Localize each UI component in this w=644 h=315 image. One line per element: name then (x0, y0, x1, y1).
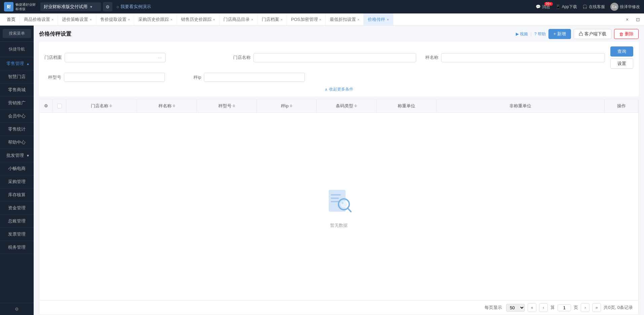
th-scale-model[interactable]: 秤型号 (197, 99, 257, 112)
tab-purchase-history-close[interactable]: × (170, 18, 172, 22)
tab-close-all-button[interactable]: × (622, 15, 632, 24)
sidebar-item-retail[interactable]: 零售管理 ▲ (0, 57, 34, 70)
delete-button[interactable]: 🗑 删除 (614, 29, 639, 39)
store-file-input[interactable]: ··· (65, 53, 166, 62)
settings-query-button[interactable]: 设置 (610, 59, 633, 69)
app-download-label: App下载 (562, 4, 577, 10)
tab-price-settings[interactable]: 商品价格设置 × (20, 13, 58, 26)
th-barcode-type[interactable]: 条码类型 (317, 99, 377, 112)
query-button[interactable]: 查询 (610, 46, 633, 57)
next-page-button[interactable]: › (581, 303, 589, 312)
page-number-input[interactable] (558, 304, 571, 311)
sidebar-item-wholesale[interactable]: 批发管理 ▼ (0, 149, 34, 162)
th-checkbox[interactable] (53, 99, 66, 112)
tab-price-scale-close[interactable]: × (387, 18, 389, 22)
collapse-row: ∧ 收起更多条件 (44, 86, 633, 93)
app-logo-icon: 财 (4, 2, 13, 11)
th-settings[interactable]: ⚙ (39, 99, 53, 112)
tab-min-discount[interactable]: 最低折扣设置 × (326, 13, 364, 26)
th-store-name[interactable]: 门店名称 (66, 99, 137, 112)
sidebar-item-inventory[interactable]: 库存核算 (0, 188, 34, 202)
sidebar-item-finance[interactable]: 资金管理 (0, 202, 34, 215)
store-name-input[interactable] (253, 53, 417, 62)
app-download-button[interactable]: 📱 App下载 (556, 4, 577, 10)
th-scale-ip[interactable]: 秤ip (257, 99, 317, 112)
last-page-button[interactable]: » (592, 303, 601, 312)
prev-page-button[interactable]: ‹ (539, 303, 548, 312)
svg-point-5 (341, 201, 347, 208)
tab-store-file-label: 门店档案 (262, 16, 279, 23)
collapse-button-text: 收起更多条件 (329, 86, 353, 92)
tab-store-catalog-close[interactable]: × (251, 18, 253, 22)
headset-icon: 🎧 (582, 4, 587, 9)
per-page-select[interactable]: 10 20 50 100 (506, 304, 525, 312)
arrow-up-icon: ▲ (26, 62, 30, 66)
sort-scale-model[interactable] (232, 104, 235, 107)
page-header: 价格传秤设置 ▶ 视频 | ? 帮助 + 新增 凸 客户端下载 🗑 (34, 26, 644, 42)
demo-link[interactable]: ○ 我要看实例演示 (116, 4, 151, 10)
collapse-button[interactable]: ∧ 收起更多条件 (325, 86, 353, 92)
scale-name-input[interactable] (441, 53, 605, 62)
tab-sale-extract[interactable]: 售价提取设置 × (96, 13, 134, 26)
tab-home[interactable]: 首页 (3, 13, 20, 26)
video-link[interactable]: ▶ 视频 (516, 31, 528, 37)
sidebar-item-invoice[interactable]: 发票管理 (0, 228, 34, 241)
table-container: ⚙ 门店名称 秤名称 (39, 99, 639, 315)
tab-price-settings-close[interactable]: × (51, 18, 53, 22)
app-logo: 财 畅捷通好业财标准版 (4, 2, 38, 11)
sort-scale-name[interactable] (173, 104, 175, 107)
sidebar-item-retail-stats[interactable]: 零售统计 (0, 123, 34, 136)
scale-ip-input[interactable] (204, 73, 305, 82)
sidebar-item-help[interactable]: 帮助中心 (0, 136, 34, 149)
add-button[interactable]: + 新增 (548, 29, 571, 39)
search-menu-button[interactable]: 搜索菜单 (3, 29, 31, 38)
sidebar-item-ecommerce[interactable]: 小畅电商 (0, 162, 34, 175)
tab-store-file[interactable]: 门店档案 × (258, 13, 287, 26)
download-button[interactable]: 凸 客户端下载 (574, 29, 611, 39)
tab-sale-extract-close[interactable]: × (128, 18, 130, 22)
page-label: 算 (550, 305, 555, 311)
tab-purchase-strategy[interactable]: 进价策略设置 × (58, 13, 96, 26)
sort-store-name[interactable] (109, 104, 112, 107)
tab-pos-management[interactable]: POS加密管理 × (287, 13, 326, 26)
tab-sale-history[interactable]: 销售历史价跟踪 × (177, 13, 219, 26)
sidebar-item-tax[interactable]: 税务管理 (0, 241, 34, 254)
sidebar-item-smart-store[interactable]: 智慧门店 (0, 70, 34, 83)
th-non-weight-unit-text: 非称重单位 (509, 103, 531, 109)
user-menu-button[interactable]: Ea 徐泽华修改 (610, 3, 640, 11)
first-page-button[interactable]: « (528, 303, 536, 312)
version-selector[interactable]: 好业财标准版交付试用 ▼ (40, 2, 101, 11)
top-settings-button[interactable]: ⚙ (103, 2, 112, 11)
tab-pos-management-close[interactable]: × (319, 18, 321, 22)
tab-purchase-strategy-close[interactable]: × (90, 18, 92, 22)
tab-fullscreen-button[interactable]: ⊡ (633, 15, 643, 24)
th-scale-name[interactable]: 秤名称 (137, 99, 197, 112)
sort-barcode-type[interactable] (354, 104, 357, 107)
sidebar-item-marketing[interactable]: 营销推广 (0, 97, 34, 110)
tab-sale-history-close[interactable]: × (213, 18, 215, 22)
sort-scale-ip[interactable] (290, 104, 292, 107)
avatar: Ea (610, 3, 618, 11)
scale-model-input[interactable] (64, 73, 165, 82)
message-button[interactable]: 💬 消息 99+ (536, 4, 550, 10)
app-logo-text: 畅捷通好业财标准版 (15, 2, 36, 11)
sidebar-settings-button[interactable]: ⚙ (0, 303, 34, 315)
help-link[interactable]: ? 帮助 (534, 31, 546, 37)
tab-store-file-close[interactable]: × (281, 18, 283, 22)
version-selector-text: 好业财标准版交付试用 (44, 4, 87, 10)
tab-store-catalog[interactable]: 门店商品目录 × (219, 13, 257, 26)
scale-name-label: 秤名称 (422, 55, 438, 61)
tab-min-discount-close[interactable]: × (357, 18, 359, 22)
tab-purchase-history[interactable]: 采购历史价跟踪 × (134, 13, 177, 26)
tab-price-scale[interactable]: 价格传秤 × (364, 13, 393, 26)
tab-sale-history-label: 销售历史价跟踪 (181, 16, 212, 23)
th-scale-name-text: 秤名称 (158, 103, 172, 109)
select-all-checkbox[interactable] (57, 104, 62, 108)
sidebar-item-member[interactable]: 会员中心 (0, 110, 34, 123)
sidebar-item-retail-mall[interactable]: 零售商城 (0, 83, 34, 97)
online-service-button[interactable]: 🎧 在线客服 (582, 4, 605, 10)
sidebar-item-purchase[interactable]: 采购管理 (0, 175, 34, 188)
sidebar-item-general-ledger[interactable]: 总账管理 (0, 215, 34, 228)
search-form: 门店档案 ··· 门店名称 秤名称 查询 设置 (39, 42, 639, 96)
quick-nav-button[interactable]: 快捷导航 (3, 45, 31, 54)
